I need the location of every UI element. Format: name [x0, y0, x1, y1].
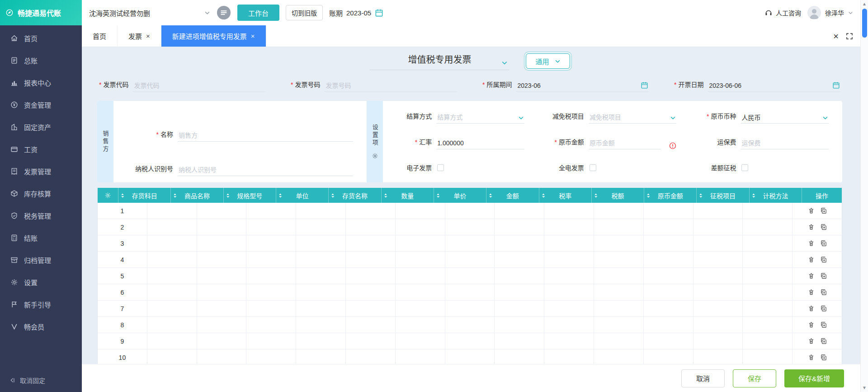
table-cell[interactable] — [693, 333, 743, 349]
table-cell[interactable] — [594, 284, 644, 300]
column-header-商品名称[interactable]: 商品名称 — [171, 188, 223, 203]
table-cell[interactable] — [396, 235, 445, 251]
table-cell[interactable] — [495, 349, 544, 364]
tab-发票[interactable]: 发票× — [118, 25, 161, 47]
taxid-input[interactable] — [178, 164, 353, 176]
table-cell[interactable] — [246, 252, 296, 268]
sort-icon[interactable] — [646, 193, 650, 198]
table-cell[interactable] — [544, 349, 594, 364]
column-header-税额[interactable]: 税额 — [592, 188, 644, 203]
copy-row-icon[interactable] — [820, 305, 827, 312]
table-cell[interactable] — [743, 203, 793, 219]
copy-row-icon[interactable] — [820, 224, 827, 230]
table-cell[interactable] — [594, 203, 644, 219]
table-cell[interactable] — [197, 203, 247, 219]
table-cell[interactable] — [445, 284, 495, 300]
table-cell[interactable] — [495, 301, 544, 316]
copy-row-icon[interactable] — [820, 338, 827, 344]
sidebar-item-首页[interactable]: 首页 — [0, 27, 82, 49]
table-cell[interactable] — [495, 203, 544, 219]
table-cell[interactable] — [396, 301, 445, 316]
tab-首页[interactable]: 首页 — [82, 25, 118, 47]
table-cell[interactable] — [743, 301, 793, 316]
calendar-icon[interactable] — [375, 9, 383, 17]
table-cell[interactable] — [296, 219, 346, 235]
table-cell[interactable] — [346, 301, 396, 316]
unpin-button[interactable]: 取消固定 — [0, 368, 82, 392]
seller-name-input[interactable] — [178, 129, 353, 142]
table-cell[interactable] — [743, 333, 793, 349]
table-cell[interactable] — [396, 268, 445, 284]
table-cell[interactable] — [246, 301, 296, 316]
calendar-icon[interactable] — [832, 81, 840, 89]
table-cell[interactable] — [544, 219, 594, 235]
table-cell[interactable] — [445, 203, 495, 219]
table-cell[interactable] — [197, 268, 247, 284]
table-cell[interactable] — [197, 252, 247, 268]
table-cell[interactable] — [346, 268, 396, 284]
table-cell[interactable] — [445, 317, 495, 333]
table-cell[interactable] — [147, 252, 197, 268]
sort-icon[interactable] — [489, 193, 492, 198]
table-cell[interactable] — [693, 252, 743, 268]
invoice-type-selector[interactable]: 增值税专用发票 — [369, 53, 509, 70]
sort-icon[interactable] — [173, 193, 177, 198]
sidebar-item-固定资产[interactable]: 固定资产 — [0, 116, 82, 138]
table-cell[interactable] — [743, 349, 793, 364]
table-cell[interactable] — [743, 317, 793, 333]
seller-tab-strip[interactable]: 销售方 — [97, 101, 113, 182]
table-cell[interactable] — [346, 284, 396, 300]
table-cell[interactable] — [544, 203, 594, 219]
table-cell[interactable] — [296, 252, 346, 268]
sidebar-item-发票管理[interactable]: 发票管理 — [0, 160, 82, 182]
save-button[interactable]: 保存 — [733, 369, 776, 387]
table-cell[interactable] — [147, 268, 197, 284]
close-tab-icon[interactable]: × — [146, 32, 150, 40]
table-cell[interactable] — [594, 219, 644, 235]
table-cell[interactable] — [246, 203, 296, 219]
original-amount-input[interactable] — [589, 137, 661, 149]
sidebar-item-税务管理[interactable]: 税务管理 — [0, 205, 82, 227]
table-cell[interactable] — [296, 349, 346, 364]
table-cell[interactable] — [743, 252, 793, 268]
period-input[interactable] — [516, 80, 649, 92]
sidebar-item-总账[interactable]: 总账 — [0, 49, 82, 72]
table-cell[interactable] — [346, 235, 396, 251]
delete-row-icon[interactable] — [808, 256, 815, 263]
table-cell[interactable] — [445, 235, 495, 251]
delete-row-icon[interactable] — [808, 354, 815, 361]
table-cell[interactable] — [246, 284, 296, 300]
table-cell[interactable] — [296, 235, 346, 251]
tab-新建进项增值税专用发票[interactable]: 新建进项增值税专用发票× — [161, 25, 266, 47]
table-cell[interactable] — [346, 333, 396, 349]
table-cell[interactable] — [544, 333, 594, 349]
app-logo[interactable]: 畅捷通易代账 — [0, 0, 82, 25]
column-header-单价[interactable]: 单价 — [434, 188, 486, 203]
save-and-new-button[interactable]: 保存&新增 — [784, 369, 844, 387]
invoice-category-button[interactable]: 通用 — [526, 53, 570, 69]
scroll-down-icon[interactable]: ▼ — [862, 385, 867, 391]
freight-input[interactable] — [741, 137, 829, 149]
calendar-icon[interactable] — [641, 81, 648, 89]
table-cell[interactable] — [396, 349, 445, 364]
delete-row-icon[interactable] — [808, 289, 815, 296]
invoice-number-input[interactable] — [325, 80, 457, 92]
sort-icon[interactable] — [752, 193, 755, 198]
table-cell[interactable] — [544, 252, 594, 268]
table-cell[interactable] — [396, 333, 445, 349]
table-cell[interactable] — [246, 349, 296, 364]
table-cell[interactable] — [296, 317, 346, 333]
table-cell[interactable] — [594, 268, 644, 284]
chevron-down-icon[interactable] — [670, 115, 676, 121]
table-cell[interactable] — [246, 235, 296, 251]
table-cell[interactable] — [296, 268, 346, 284]
column-header-金额[interactable]: 金额 — [486, 188, 539, 203]
table-cell[interactable] — [644, 219, 693, 235]
sort-icon[interactable] — [594, 193, 598, 198]
table-cell[interactable] — [544, 268, 594, 284]
table-cell[interactable] — [693, 219, 743, 235]
table-cell[interactable] — [594, 252, 644, 268]
sidebar-item-设置[interactable]: 设置 — [0, 271, 82, 293]
table-cell[interactable] — [495, 333, 544, 349]
table-cell[interactable] — [644, 333, 693, 349]
